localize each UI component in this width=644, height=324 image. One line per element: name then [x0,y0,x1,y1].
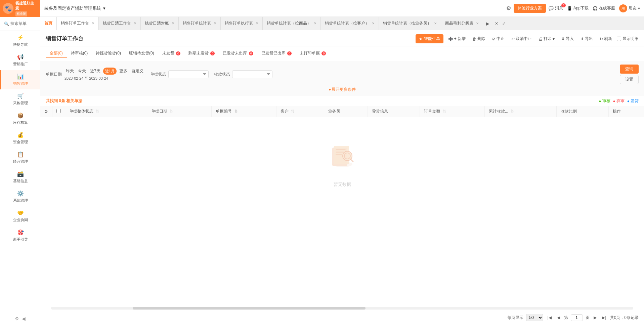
customer-sort-icon[interactable]: ⇅ [291,109,294,114]
tab-home[interactable]: 首页 [40,17,57,30]
filter-tab-not-printed[interactable]: 未打印单据 0 [296,49,330,58]
status-select[interactable] [168,70,209,78]
date-today-btn[interactable]: 今天 [77,68,87,75]
search-icon: 🔍 [4,22,9,26]
tab-goods-stats-customer[interactable]: 销货单统计表（按客户） ✕ [321,17,379,30]
tab-maximize-button[interactable]: ⤢ [501,21,507,27]
tab-cash-reconcile[interactable]: 钱货日清对账 ✕ [141,17,179,30]
approve-button[interactable]: ● 审核 [599,98,610,104]
sidebar-item-finance[interactable]: 💰 资金管理 [0,128,40,148]
filter-tab-pending-review[interactable]: 待审核(0) [67,49,92,58]
sidebar-item-basic[interactable]: 🗃️ 基础信息 [0,167,40,187]
date-1month-btn[interactable]: 近1月 [103,68,117,75]
tab-sales-order[interactable]: 销售订单工作台 ✕ [57,17,99,30]
sidebar-settings-button[interactable]: ⚙ [15,316,19,321]
tab-prev-button[interactable]: ✕ [493,21,500,27]
sidebar-item-system[interactable]: ⚙️ 系统管理 [0,187,40,206]
tab-cash-daily-close[interactable]: ✕ [134,22,136,25]
not-printed-badge: 0 [321,51,326,55]
show-detail-input[interactable] [617,37,621,41]
page-first-button[interactable]: |◀ [546,315,553,321]
sidebar-item-quick-nav[interactable]: ⚡ 快捷导航 [0,31,40,50]
user-menu-button[interactable]: 用 用友 ▾ [619,4,640,12]
sidebar-item-marketing[interactable]: 📢 营销推广 [0,50,40,70]
th-customer: 客户 ⇅ [276,106,324,117]
table-header-row: 共找到 0条 相关单据 ● 审核 ● 弃审 ● 发货 [40,96,644,106]
ship-button[interactable]: ● 发货 [627,98,639,104]
status-sort-icon[interactable]: ⇅ [96,109,99,114]
tab-goods-stats-salesman-close[interactable]: ✕ [434,22,437,25]
tab-sales-exec-close[interactable]: ✕ [256,22,258,25]
filter-tab-shipped-out[interactable]: 已发货已出库 0 [257,49,296,58]
status-label: 单据状态 [150,72,166,77]
app-download-button[interactable]: 📱 App下载 [567,5,589,11]
settings-button[interactable]: ⚙ [506,5,511,11]
tab-sales-stats[interactable]: 销售订单统计表 ✕ [179,17,221,30]
tab-margin-analysis-close[interactable]: ✕ [476,22,479,25]
tab-more-button[interactable]: ▶ [483,21,492,26]
tab-sales-order-close[interactable]: ✕ [92,22,94,25]
export-button[interactable]: ⬆ 导出 [578,35,595,43]
message-button[interactable]: 💬 消息 6 [549,5,563,11]
horizontal-scrollbar[interactable] [40,306,644,311]
cancel-suspend-button[interactable]: ↩ 取消中止 [509,35,534,43]
sidebar-item-operation[interactable]: 📋 经营管理 [0,148,40,167]
filter-tab-shipped-not-out[interactable]: 已发货未出库 0 [219,49,257,58]
sidebar-item-inventory[interactable]: 📦 库存核算 [0,109,40,128]
payment-select[interactable] [232,70,272,78]
tab-goods-stats-product-close[interactable]: ✕ [314,22,316,25]
filter-tab-pending-inspect[interactable]: 待拣货验货(0) [92,49,125,58]
select-all-checkbox[interactable] [56,109,61,113]
trial-button[interactable]: 体验行业方案 [514,4,546,13]
date-more-btn[interactable]: 更多 [118,68,129,75]
delete-button[interactable]: 🗑 删除 [470,35,487,43]
tab-sales-stats-close[interactable]: ✕ [214,22,216,25]
date-7days-btn[interactable]: 近7天 [89,68,102,75]
add-button[interactable]: ➕ + 新增 [446,35,468,43]
page-last-button[interactable]: ▶| [601,315,607,321]
show-detail-checkbox[interactable]: 显示明细 [617,36,639,42]
filter-tab-wangpu[interactable]: 旺铺待发货(0) [125,49,158,58]
filter-tab-not-shipped[interactable]: 未发货 0 [158,49,184,58]
import-button[interactable]: ⬇ 导入 [559,35,576,43]
tab-goods-stats-customer-close[interactable]: ✕ [372,22,375,25]
date-yesterday-btn[interactable]: 昨天 [65,68,75,75]
search-menu-button[interactable]: 🔍 搜索菜单 [3,19,37,28]
smart-create-button[interactable]: ★ 智能生单 [416,34,443,43]
tab-cash-daily[interactable]: 钱货日清工作台 ✕ [99,17,141,30]
sidebar-item-sales[interactable]: 📊 销售管理 [0,70,40,89]
query-button[interactable]: 查询 [620,65,639,74]
number-sort-icon[interactable]: ⇅ [234,109,238,114]
collected-sort-icon[interactable]: ⇅ [511,109,514,114]
th-collected: 累计收款... ⇅ [484,106,556,117]
print-button[interactable]: 🖨 打印 ▾ [536,35,557,43]
sidebar-collapse-button[interactable]: ◀ [22,316,26,321]
page-prev-button[interactable]: ◀ [556,315,561,321]
expand-conditions-button[interactable]: ▾ 展开更多条件 [329,87,356,92]
date-sort-icon[interactable]: ⇅ [170,109,173,114]
suspend-button[interactable]: ⊘ 中止 [490,35,507,43]
amount-sort-icon[interactable]: ⇅ [443,109,446,114]
per-page-select[interactable]: 10 20 50 100 [526,314,543,321]
online-service-button[interactable]: 🎧 在线客服 [593,5,615,11]
filter-tab-all[interactable]: 全部(0) [46,49,67,58]
tab-cash-reconcile-close[interactable]: ✕ [172,22,174,25]
cancel-approve-icon: ● [613,99,615,104]
tab-sales-exec[interactable]: 销售订单执行表 ✕ [221,17,263,30]
date-custom-btn[interactable]: 自定义 [130,68,145,75]
tab-goods-stats-salesman[interactable]: 销货单统计表（按业务员） ✕ [379,17,441,30]
refresh-button[interactable]: ↻ 刷新 [598,35,614,43]
data-table: ⚙ 单据整体状态 ⇅ 单据日期 ⇅ [40,106,644,117]
sidebar-item-guide[interactable]: 🎯 新手引导 [0,226,40,245]
page-next-button[interactable]: ▶ [592,315,598,321]
column-settings-icon[interactable]: ⚙ [44,109,48,114]
system-title-dropdown[interactable]: ▾ [103,6,105,11]
tab-margin-analysis[interactable]: 商品毛利分析表 ✕ [441,17,483,30]
set-button[interactable]: 设置 [620,75,639,84]
page-input[interactable] [571,314,583,321]
filter-tab-overdue[interactable]: 到期未发货 0 [184,49,219,58]
sidebar-item-purchase[interactable]: 🛒 采购管理 [0,89,40,109]
cancel-approve-button[interactable]: ● 弃审 [613,98,625,104]
tab-goods-stats-product[interactable]: 销货单统计表（按商品） ✕ [263,17,321,30]
sidebar-item-collab[interactable]: 🤝 企业协同 [0,206,40,226]
